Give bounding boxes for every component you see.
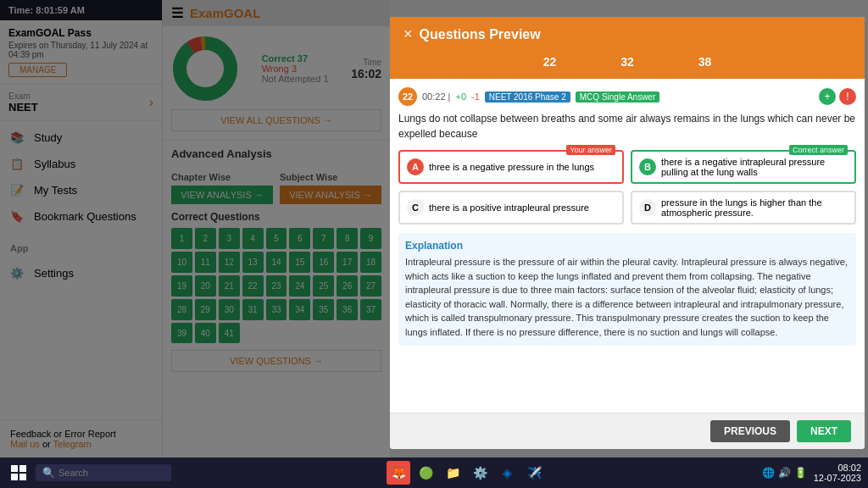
taskbar-search[interactable]: 🔍 xyxy=(36,464,171,481)
explanation-section: Explanation Intrapleural pressure is the… xyxy=(398,233,856,346)
question-type: MCQ Single Answer xyxy=(576,92,659,103)
option-c-text: there is a positive intrapleural pressur… xyxy=(429,202,589,213)
questions-preview-modal: × Questions Preview 22 32 38 22 00:22 | … xyxy=(390,17,865,449)
option-a[interactable]: Your answer A three is a negative pressu… xyxy=(398,150,624,184)
taskbar-search-icon: 🔍 xyxy=(42,467,55,479)
windows-icon xyxy=(11,465,26,480)
option-a-label: A xyxy=(407,158,424,175)
correct-answer-badge: Correct answer xyxy=(789,145,848,155)
modal-header: × Questions Preview xyxy=(390,17,865,52)
taskbar-right: 🌐 🔊 🔋 08:02 12-07-2023 xyxy=(762,463,861,483)
correct-action-icon: + xyxy=(819,88,836,105)
marks-positive: +0 xyxy=(455,92,466,102)
taskbar-app-firefox[interactable]: 🦊 xyxy=(387,461,410,485)
taskbar-app-files[interactable]: 📁 xyxy=(441,461,465,485)
network-icon: 🌐 xyxy=(762,467,775,479)
explanation-text: Intrapleural pressure is the pressure of… xyxy=(405,255,849,339)
modal-title: Questions Preview xyxy=(420,27,541,42)
modal-close-icon[interactable]: × xyxy=(403,25,413,43)
taskbar-app-settings[interactable]: ⚙️ xyxy=(468,461,492,485)
option-d-label: D xyxy=(639,199,656,216)
option-d[interactable]: D pressure in the lungs is higher than t… xyxy=(631,191,856,225)
options-grid: Your answer A three is a negative pressu… xyxy=(398,150,856,225)
option-b-label: B xyxy=(639,158,656,175)
windows-start-button[interactable] xyxy=(7,461,31,485)
modal-body: 22 00:22 | +0 -1 NEET 2016 Phase 2 MCQ S… xyxy=(390,79,865,413)
taskbar-app-code[interactable]: ◈ xyxy=(495,461,519,485)
option-d-text: pressure in the lungs is higher than the… xyxy=(661,197,848,218)
question-number-badge: 22 xyxy=(398,87,417,106)
taskbar-date-display: 12-07-2023 xyxy=(814,473,861,483)
volume-icon: 🔊 xyxy=(778,467,791,479)
taskbar-time-display: 08:02 xyxy=(814,463,861,473)
modal-tab-22[interactable]: 22 xyxy=(537,52,564,72)
previous-button[interactable]: PREVIOUS xyxy=(710,420,790,442)
question-source: NEET 2016 Phase 2 xyxy=(485,92,570,103)
your-answer-badge: Your answer xyxy=(566,145,615,155)
question-text: Lungs do not collapse between breaths an… xyxy=(398,111,856,141)
taskbar-system-icons: 🌐 🔊 🔋 xyxy=(762,467,807,479)
modal-footer: PREVIOUS NEXT xyxy=(390,413,865,449)
taskbar: 🔍 🦊 🟢 📁 ⚙️ ◈ ✈️ 🌐 🔊 🔋 08:02 12-07-2023 xyxy=(0,458,868,488)
option-c[interactable]: C there is a positive intrapleural press… xyxy=(398,191,624,225)
taskbar-clock: 08:02 12-07-2023 xyxy=(814,463,861,483)
taskbar-app-telegram[interactable]: ✈️ xyxy=(522,461,546,485)
option-c-label: C xyxy=(407,199,424,216)
explanation-title: Explanation xyxy=(405,240,849,252)
modal-tab-38[interactable]: 38 xyxy=(692,52,719,72)
marks-negative: -1 xyxy=(471,92,480,102)
question-time: 00:22 | xyxy=(422,92,450,102)
taskbar-app-chrome[interactable]: 🟢 xyxy=(414,461,437,485)
battery-icon: 🔋 xyxy=(794,467,807,479)
modal-tab-32[interactable]: 32 xyxy=(614,52,641,72)
taskbar-apps: 🦊 🟢 📁 ⚙️ ◈ ✈️ xyxy=(387,461,546,485)
taskbar-search-input[interactable] xyxy=(58,468,164,478)
next-button[interactable]: NEXT xyxy=(797,420,851,442)
taskbar-left: 🔍 xyxy=(7,461,171,485)
wrong-action-icon: ! xyxy=(839,88,856,105)
question-meta: 22 00:22 | +0 -1 NEET 2016 Phase 2 MCQ S… xyxy=(398,87,856,106)
option-b-text: there is a negative intrapleural pressur… xyxy=(661,157,848,177)
option-a-text: three is a negative pressure in the lung… xyxy=(429,162,594,172)
modal-overlay[interactable]: × Questions Preview 22 32 38 22 00:22 | … xyxy=(0,0,868,458)
modal-tabs: 22 32 38 xyxy=(390,52,865,79)
option-b[interactable]: Correct answer B there is a negative int… xyxy=(631,150,856,184)
